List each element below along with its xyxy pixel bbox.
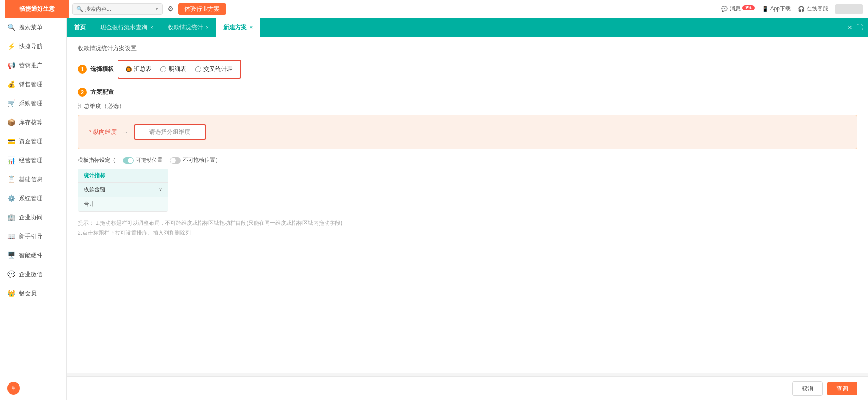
indicator-row-amount[interactable]: 收款金额 ∨: [78, 183, 168, 197]
tab-home-label: 首页: [74, 24, 86, 32]
nodrag-toggle-icon: [170, 157, 181, 164]
tab-home[interactable]: 首页: [67, 18, 93, 37]
tab-collection-label: 收款情况统计: [168, 24, 203, 32]
radio-detail[interactable]: 明细表: [160, 65, 186, 73]
drag-label: 可拖动位置: [136, 156, 163, 164]
dimension-select-button[interactable]: 请选择分组维度: [134, 124, 206, 140]
page-title: 收款情况统计方案设置: [78, 44, 857, 52]
sidebar-item-quicknav[interactable]: ⚡ 快捷导航: [0, 37, 66, 56]
tip-line2: 2.点击标题栏下拉可设置排序、插入列和删除列: [78, 228, 857, 238]
gear-icon[interactable]: ⚙: [165, 5, 175, 13]
chevron-down-indicator-icon[interactable]: ∨: [159, 187, 162, 193]
sidebar-item-purchase[interactable]: 🛒 采购管理: [0, 94, 66, 113]
sales-icon: 💰: [7, 80, 15, 89]
message-label: 消息: [730, 5, 741, 13]
window-maximize-icon[interactable]: ⛶: [856, 24, 863, 31]
sidebar-item-sales[interactable]: 💰 销售管理: [0, 75, 66, 94]
member-icon: 👑: [7, 289, 15, 297]
sidebar-user-avatar[interactable]: 用: [7, 382, 20, 395]
sidebar-item-inventory[interactable]: 📦 库存核算: [0, 113, 66, 132]
search-icon: 🔍: [76, 6, 83, 12]
tab-newplan-close[interactable]: ×: [250, 24, 253, 31]
sidebar-label-guide: 新手引导: [19, 232, 42, 240]
query-button[interactable]: 查询: [827, 382, 857, 395]
download-label: App下载: [770, 5, 791, 13]
sidebar-item-member[interactable]: 👑 畅会员: [0, 284, 66, 303]
sidebar-bottom: 用: [0, 376, 66, 400]
arrow-right-icon: →: [122, 128, 128, 136]
step2-title: 方案配置: [90, 88, 114, 96]
sidebar: 🔍 搜索菜单 ⚡ 快捷导航 📢 营销推广 💰 销售管理 🛒 采购管理 📦 库存核…: [0, 18, 67, 400]
sidebar-item-marketing[interactable]: 📢 营销推广: [0, 56, 66, 75]
window-minimize-icon[interactable]: ✕: [847, 24, 853, 31]
trial-button[interactable]: 体验行业方案: [178, 3, 226, 15]
search-menu-icon: 🔍: [7, 24, 15, 32]
finance-icon: 💳: [7, 137, 15, 146]
radio-summary-input[interactable]: [126, 66, 132, 72]
radio-detail-label: 明细表: [169, 65, 186, 73]
nodrag-label: 不可拖动位置）: [183, 156, 221, 164]
radio-summary[interactable]: 汇总表: [126, 65, 151, 73]
sidebar-label-hardware: 智能硬件: [19, 251, 42, 259]
sidebar-item-enterprise[interactable]: 🏢 企业协同: [0, 208, 66, 227]
legend-prefix: 模板指标设定（: [78, 156, 116, 164]
sidebar-item-basic[interactable]: 📋 基础信息: [0, 170, 66, 189]
drag-toggle-icon: [123, 157, 134, 164]
radio-cross-input[interactable]: [195, 66, 201, 72]
tab-newplan-label: 新建方案: [223, 24, 247, 32]
sidebar-label-member: 畅会员: [19, 289, 37, 297]
sidebar-item-guide[interactable]: 📖 新手引导: [0, 227, 66, 246]
legend-draggable: 可拖动位置: [123, 156, 163, 164]
inventory-icon: 📦: [7, 118, 15, 127]
tab-cashflow-close[interactable]: ×: [150, 24, 153, 31]
sidebar-item-wechat[interactable]: 💬 企业微信: [0, 265, 66, 284]
sidebar-label-system: 系统管理: [19, 194, 42, 202]
sidebar-item-system[interactable]: ⚙️ 系统管理: [0, 189, 66, 208]
sidebar-item-hardware[interactable]: 🖥️ 智能硬件: [0, 246, 66, 265]
sidebar-label-purchase: 采购管理: [19, 99, 42, 108]
message-button[interactable]: 💬 消息 99+: [721, 5, 755, 13]
radio-detail-input[interactable]: [160, 66, 166, 72]
step2-number: 2: [78, 88, 87, 97]
step2-header: 2 方案配置: [78, 88, 857, 97]
tips-area: 提示： 1.拖动标题栏可以调整布局，不可跨维度或指标区域拖动栏目段(只能在同一维…: [78, 213, 857, 243]
radio-cross[interactable]: 交叉统计表: [195, 65, 233, 73]
indicator-table: 统计指标 收款金额 ∨ 合计: [78, 169, 168, 212]
tab-bar-actions: ✕ ⛶: [847, 24, 868, 31]
guide-icon: 📖: [7, 232, 15, 240]
sidebar-label-marketing: 营销推广: [19, 61, 42, 70]
tab-collection-close[interactable]: ×: [206, 24, 209, 31]
step2-section: 2 方案配置 汇总维度（必选） * 纵向维度 → 请选择分组维度: [78, 88, 857, 243]
chevron-down-icon[interactable]: ▼: [155, 6, 159, 11]
row-dimension-label: * 纵向维度: [89, 128, 117, 136]
tab-cashflow[interactable]: 现金银行流水查询 ×: [93, 18, 160, 37]
service-button[interactable]: 🎧 在线客服: [798, 5, 828, 13]
content-area: 首页 现金银行流水查询 × 收款情况统计 × 新建方案 × ✕ ⛶: [67, 18, 868, 400]
quicknav-icon: ⚡: [7, 42, 15, 51]
user-avatar[interactable]: [835, 4, 863, 14]
tab-collection[interactable]: 收款情况统计 ×: [160, 18, 216, 37]
top-bar-right: 💬 消息 99+ 📱 App下载 🎧 在线客服: [721, 4, 863, 14]
top-bar-search: 🔍 ▼ ⚙ 体验行业方案: [72, 3, 717, 15]
search-input[interactable]: [85, 6, 153, 12]
dimension-config: 汇总维度（必选） * 纵向维度 → 请选择分组维度: [78, 102, 857, 149]
sidebar-item-management[interactable]: 📊 经营管理: [0, 151, 66, 170]
radio-summary-label: 汇总表: [134, 65, 151, 73]
cancel-button[interactable]: 取消: [792, 381, 823, 396]
hardware-icon: 🖥️: [7, 251, 15, 259]
indicator-amount-label: 收款金额: [84, 186, 105, 193]
tab-newplan[interactable]: 新建方案 ×: [216, 18, 260, 37]
logo-text: 畅捷通好生意: [19, 5, 55, 13]
basic-icon: 📋: [7, 175, 15, 184]
sidebar-item-finance[interactable]: 💳 资金管理: [0, 132, 66, 151]
management-icon: 📊: [7, 156, 15, 165]
download-button[interactable]: 📱 App下载: [762, 5, 791, 13]
search-input-wrap[interactable]: 🔍 ▼: [72, 3, 163, 15]
indicator-legend: 模板指标设定（ 可拖动位置 不可拖动位置）: [78, 156, 857, 164]
page-inner: 收款情况统计方案设置 1 选择模板 汇总表: [67, 37, 868, 373]
template-selector: 汇总表 明细表 交叉统计表: [118, 60, 241, 79]
save-section: 方案保存（可选）: [67, 373, 868, 376]
sidebar-item-search[interactable]: 🔍 搜索菜单: [0, 18, 66, 37]
marketing-icon: 📢: [7, 61, 15, 70]
sidebar-label-inventory: 库存核算: [19, 118, 42, 127]
